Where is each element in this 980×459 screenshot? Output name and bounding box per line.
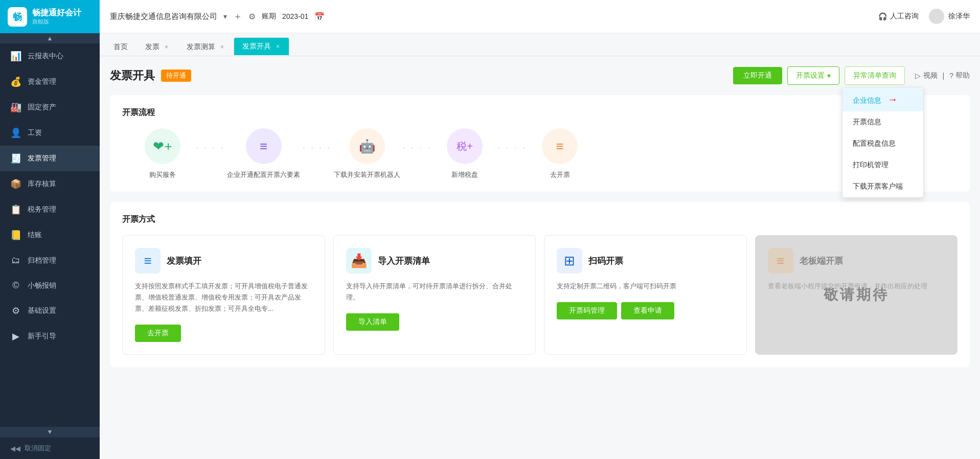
sidebar: 畅 畅捷通好会计 旗舰版 ▲ 📊 云报表中心 💰 资金管理 🏭 固定资产 👤 工… [0, 0, 100, 459]
tab-close-icon[interactable]: × [219, 42, 225, 52]
flow-connector-2: · · · · [303, 143, 331, 166]
tabbar: 首页发票×发票测算×发票开具× [100, 33, 980, 56]
sidebar-scroll-down[interactable]: ▼ [0, 427, 100, 437]
abnormal-list-button[interactable]: 异常清单查询 [845, 66, 905, 85]
flow-step-4-label: 新增税盘 [451, 170, 478, 179]
dots-icon-4: · · · · [498, 143, 527, 153]
method-card-import: 📥 导入开票清单 支持导入待开票清单，可对待开票清单进行拆分、合并处理。 导入清… [333, 235, 536, 355]
dropdown-item-dayin[interactable]: 打印机管理 [842, 154, 923, 176]
dots-icon: · · · · [196, 143, 224, 153]
flow-step-1: ❤+ 购买服务 [132, 128, 193, 179]
settings-dropdown-button[interactable]: 开票设置 ▾ [787, 66, 839, 85]
sidebar-item-shuiwu[interactable]: 📋 税务管理 [0, 197, 100, 222]
flow-step-5-label: 去开票 [550, 170, 570, 179]
tab-close-icon[interactable]: × [275, 42, 281, 51]
gudingzichan-icon: 🏭 [10, 102, 21, 113]
flow-step-3-label: 下载并安装开票机器人 [334, 170, 400, 179]
activate-button[interactable]: 立即开通 [733, 67, 782, 84]
jichushezhi-label: 基础设置 [28, 306, 56, 315]
page-actions: 立即开通 开票设置 ▾ 异常清单查询 ▷ 视频 | ? 帮助 企业信息 → 开票… [733, 66, 970, 85]
method-scan-title: 扫码开票 [588, 255, 623, 267]
calendar-icon[interactable]: 📅 [314, 12, 325, 21]
tab-发票测算[interactable]: 发票测算× [178, 37, 234, 56]
sidebar-item-xinshouyindao[interactable]: ▶ 新手引导 [0, 324, 100, 349]
page-title: 发票开具 [110, 68, 155, 83]
period-label: 账期 [262, 12, 276, 21]
fill-invoice-button[interactable]: 去开票 [135, 325, 181, 342]
yunbao-label: 云报表中心 [28, 52, 63, 61]
tab-label: 首页 [113, 42, 128, 52]
methods-section: 开票方式 ≡ 发票填开 支持按照发票样式手工填开发票；可开具增值税电子普通发票、… [110, 202, 970, 367]
sidebar-item-xiaochang[interactable]: © 小畅报销 [0, 273, 100, 298]
import-list-button[interactable]: 导入清单 [346, 313, 399, 331]
qrcode-manage-button[interactable]: 开票码管理 [557, 302, 617, 319]
consult-button[interactable]: 🎧 人工咨询 [878, 12, 919, 21]
method-scan-icon: ⊞ [557, 248, 582, 273]
company-dropdown-icon[interactable]: ▾ [223, 12, 227, 20]
red-arrow-icon: → [887, 94, 898, 105]
methods-section-title: 开票方式 [122, 214, 958, 225]
play-icon: ▷ [915, 72, 921, 80]
sidebar-bottom-action[interactable]: ◀◀ 取消固定 [0, 437, 100, 459]
kucun-icon: 📦 [10, 178, 21, 190]
zijin-icon: 💰 [10, 76, 21, 87]
sidebar-item-gudingzichan[interactable]: 🏭 固定资产 [0, 95, 100, 120]
kucun-label: 库存核算 [28, 179, 56, 189]
sidebar-item-yunbao[interactable]: 📊 云报表中心 [0, 43, 100, 69]
method-scan-desc: 支持定制开票二维码，客户端可扫码开票 [557, 281, 734, 292]
sidebar-item-fapiao[interactable]: 🧾 发票管理 [0, 146, 100, 171]
dropdown-item-xiazai[interactable]: 下载开票客户端 [842, 176, 923, 197]
video-label: 视频 [923, 71, 938, 80]
tab-首页[interactable]: 首页 [105, 37, 136, 56]
help-button[interactable]: ? 帮助 [949, 71, 970, 80]
dropdown-item-qiye[interactable]: 企业信息 → [842, 87, 923, 111]
consult-label: 人工咨询 [890, 12, 919, 21]
gongzi-icon: 👤 [10, 127, 21, 139]
tab-label: 发票测算 [187, 42, 215, 52]
coming-soon-label: 敬请期待 [824, 285, 889, 305]
shuiwu-label: 税务管理 [28, 205, 56, 214]
brand-block: 畅捷通好会计 旗舰版 [32, 8, 81, 25]
dots-icon-3: · · · · [403, 143, 431, 153]
method-scan-header: ⊞ 扫码开票 [557, 248, 734, 273]
flow-steps: ❤+ 购买服务 · · · · ≡ 企业开通配置开票六要素 · · · · 🤖 … [122, 128, 958, 179]
sidebar-item-guidang[interactable]: 🗂 归档管理 [0, 248, 100, 273]
sidebar-item-gongzi[interactable]: 👤 工资 [0, 120, 100, 146]
tab-发票[interactable]: 发票× [136, 37, 178, 56]
dropdown-item-kaipiao[interactable]: 开票信息 [842, 111, 923, 133]
user-menu[interactable]: 徐泽华 [929, 9, 970, 24]
flow-step-5: ≡ 去开票 [529, 128, 590, 179]
dropdown-item-peizhi[interactable]: 配置税盘信息 [842, 133, 923, 154]
guidang-label: 归档管理 [28, 256, 56, 265]
app-edition: 旗舰版 [32, 18, 81, 26]
tab-close-icon[interactable]: × [164, 42, 169, 52]
method-card-scan: ⊞ 扫码开票 支持定制开票二维码，客户端可扫码开票 开票码管理 查看申请 [544, 235, 747, 355]
method-import-desc: 支持导入待开票清单，可对待开票清单进行拆分、合并处理。 [346, 281, 523, 303]
method-import-title: 导入开票清单 [378, 255, 430, 267]
methods-grid: ≡ 发票填开 支持按照发票样式手工填开发票；可开具增值税电子普通发票、增值税普通… [122, 235, 958, 355]
settings-icon[interactable]: ⚙ [248, 12, 256, 21]
method-fill-icon: ≡ [135, 248, 161, 273]
sidebar-item-jichushezhi[interactable]: ⚙ 基础设置 [0, 298, 100, 324]
settings-label: 开票设置 [796, 71, 825, 80]
flow-section: 开票流程 ❤+ 购买服务 · · · · ≡ 企业开通配置开票六要素 · · ·… [110, 95, 970, 192]
sidebar-item-zijin[interactable]: 💰 资金管理 [0, 69, 100, 95]
view-apply-button[interactable]: 查看申请 [621, 302, 674, 319]
tab-发票开具[interactable]: 发票开具× [234, 37, 289, 56]
flow-step-2-label: 企业开通配置开票六要素 [227, 170, 300, 179]
video-button[interactable]: ▷ 视频 [915, 71, 938, 80]
page-header: 发票开具 待开通 立即开通 开票设置 ▾ 异常清单查询 ▷ 视频 | ? 帮助 … [110, 66, 970, 85]
sidebar-scroll-up[interactable]: ▲ [0, 33, 100, 43]
settings-chevron-icon: ▾ [827, 72, 831, 80]
sidebar-item-kucun[interactable]: 📦 库存核算 [0, 171, 100, 197]
xinshouyindao-label: 新手引导 [28, 332, 56, 341]
sidebar-item-jiezhang[interactable]: 📒 结账 [0, 222, 100, 248]
company-name: 重庆畅捷交通信息咨询有限公司 [110, 12, 217, 21]
topbar: 重庆畅捷交通信息咨询有限公司 ▾ ＋ ⚙ 账期 2023-01 📅 🎧 人工咨询… [100, 0, 980, 33]
topbar-right: 🎧 人工咨询 徐泽华 [878, 9, 970, 24]
method-fill-desc: 支持按照发票样式手工填开发票；可开具增值税电子普通发票、增值税普通发票、增值税专… [135, 281, 312, 314]
flow-step-2: ≡ 企业开通配置开票六要素 [227, 128, 300, 179]
jiezhang-icon: 📒 [10, 230, 21, 241]
add-company-icon[interactable]: ＋ [233, 10, 242, 22]
gongzi-label: 工资 [28, 128, 42, 137]
